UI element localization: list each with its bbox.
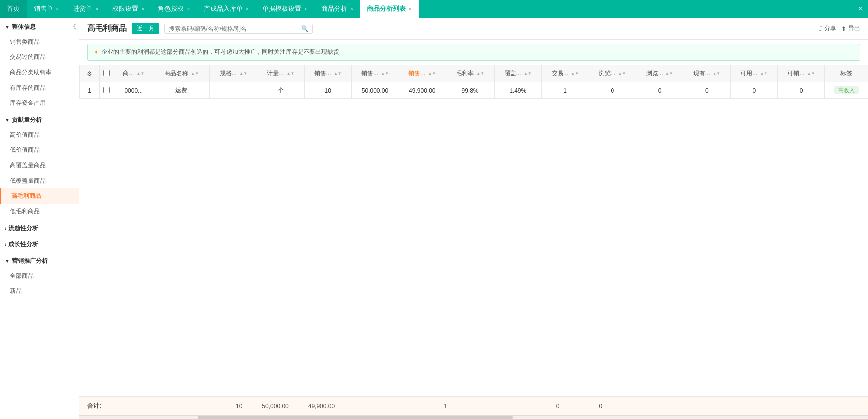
row-sales2: 50,000.00 [352, 82, 399, 99]
sidebar-item-traded-goods[interactable]: 交易过的商品 [0, 49, 79, 65]
sidebar-group-overall[interactable]: ▼ 整体信息 [0, 18, 79, 34]
col-available-sort[interactable]: ▲▼ [760, 71, 768, 76]
col-browse2[interactable]: 浏览... ▲▼ [636, 65, 683, 82]
select-all-checkbox[interactable] [103, 70, 110, 76]
col-trade[interactable]: 交易... ▲▼ [542, 65, 589, 82]
nav-role-auth[interactable]: 角色授权 × [151, 0, 197, 18]
col-code-sort[interactable]: ▲▼ [137, 71, 145, 76]
nav-product-analysis-close[interactable]: × [350, 6, 353, 12]
sidebar-item-stocked-goods[interactable]: 有库存的商品 [0, 80, 79, 95]
row-browse1-link[interactable]: 0 [611, 87, 614, 94]
col-current-sort[interactable]: ▲▼ [713, 71, 720, 76]
share-button[interactable]: ⤴ 分享 [819, 24, 836, 33]
nav-sales-order[interactable]: 销售单 × [27, 0, 66, 18]
footer-available: 0 [599, 403, 603, 410]
nav-template-close[interactable]: × [304, 6, 307, 12]
sidebar-item-all-goods[interactable]: 全部商品 [0, 268, 79, 283]
sidebar-item-stock-capital[interactable]: 库存资金占用 [0, 95, 79, 111]
sidebar-group-trend[interactable]: › 流趋性分析 [0, 219, 79, 235]
nav-sales-order-close[interactable]: × [56, 6, 59, 12]
info-banner: ✦ 企业的主要的利润都是这部分商品创造的，可考虑加大推广，同时关注库存是不要出现… [87, 44, 860, 61]
search-icon[interactable]: 🔍 [301, 25, 308, 32]
row-gross-rate: 99.8% [446, 82, 494, 99]
col-sales1[interactable]: 销售... ▲▼ [305, 65, 352, 82]
footer-total: 合计: 10 50,000.00 49,900.00 1 0 0 [79, 396, 868, 415]
sidebar-item-high-coverage[interactable]: 高覆盖量商品 [0, 158, 79, 173]
sidebar-item-low-value[interactable]: 低价值商品 [0, 142, 79, 158]
scrollbar-thumb[interactable] [198, 416, 513, 419]
header-actions: ⤴ 分享 ⬆ 导出 [819, 24, 860, 33]
footer-sales3: 49,900.00 [308, 403, 335, 410]
sidebar-item-new-goods[interactable]: 新品 [0, 283, 79, 299]
col-saleable[interactable]: 可销... ▲▼ [777, 65, 824, 82]
row-available: 0 [730, 82, 777, 99]
nav-permission-close[interactable]: × [141, 6, 144, 12]
settings-icon[interactable]: ⚙ [87, 70, 92, 77]
col-tag[interactable]: 标签 [825, 65, 868, 82]
search-input[interactable] [169, 25, 299, 32]
col-gross-rate[interactable]: 毛利率 ▲▼ [446, 65, 494, 82]
footer-trade: 1 [444, 403, 447, 410]
sidebar-group-contribution[interactable]: ▼ 贡献量分析 [0, 111, 79, 127]
content-header: 高毛利商品 近一月 🔍 ⤴ 分享 ⬆ 导出 [79, 18, 868, 40]
row-code[interactable]: 0000... [114, 82, 153, 99]
sidebar-item-high-margin[interactable]: 高毛利商品 [0, 188, 79, 204]
sidebar-group-growth-arrow: › [5, 242, 6, 247]
time-filter-button[interactable]: 近一月 [132, 23, 159, 34]
search-box: 🔍 [164, 24, 313, 34]
sidebar-group-marketing[interactable]: ▼ 营销推广分析 [0, 252, 79, 268]
row-sales1: 10 [305, 82, 352, 99]
col-sales2-sort[interactable]: ▲▼ [381, 71, 389, 76]
nav-product-analysis-list-close[interactable]: × [408, 6, 411, 12]
row-select-checkbox[interactable] [103, 87, 110, 93]
nav-role-auth-close[interactable]: × [187, 6, 190, 12]
footer-sales2: 50,000.00 [262, 403, 288, 410]
nav-product-analysis[interactable]: 商品分析 × [314, 0, 360, 18]
nav-product-analysis-list[interactable]: 商品分析列表 × [360, 0, 418, 18]
nav-purchase-order-close[interactable]: × [95, 6, 98, 12]
sidebar-item-sales-goods[interactable]: 销售类商品 [0, 34, 79, 49]
table-row: 1 0000... 运费 个 10 50,000.00 49,900.00 99… [80, 82, 868, 99]
sidebar-item-low-coverage[interactable]: 低覆盖量商品 [0, 173, 79, 188]
nav-close-all-button[interactable]: × [852, 0, 868, 18]
col-name[interactable]: 商品名称 ▲▼ [153, 65, 210, 82]
col-code[interactable]: 商... ▲▼ [114, 65, 153, 82]
nav-permission-settings[interactable]: 权限设置 × [105, 0, 151, 18]
nav-purchase-order[interactable]: 进货单 × [66, 0, 105, 18]
col-gross-rate-sort[interactable]: ▲▼ [476, 71, 484, 76]
nav-product-inbound[interactable]: 产成品入库单 × [197, 0, 255, 18]
col-trade-sort[interactable]: ▲▼ [571, 71, 579, 76]
col-current[interactable]: 现有... ▲▼ [683, 65, 730, 82]
nav-template-settings[interactable]: 单据模板设置 × [255, 0, 314, 18]
col-sales1-sort[interactable]: ▲▼ [334, 71, 342, 76]
col-saleable-sort[interactable]: ▲▼ [807, 71, 815, 76]
tip-icon: ✦ [94, 49, 99, 56]
col-sales2[interactable]: 销售... ▲▼ [352, 65, 399, 82]
sidebar-item-category-rate[interactable]: 商品分类助销率 [0, 65, 79, 80]
col-sales3[interactable]: 销售... ▲▼ [399, 65, 446, 82]
col-coverage-sort[interactable]: ▲▼ [524, 71, 532, 76]
sidebar-group-overall-arrow: ▼ [5, 24, 10, 30]
col-spec[interactable]: 规格... ▲▼ [210, 65, 257, 82]
col-unit-sort[interactable]: ▲▼ [287, 71, 295, 76]
export-button[interactable]: ⬆ 导出 [841, 24, 860, 33]
col-browse1-sort[interactable]: ▲▼ [618, 71, 626, 76]
sidebar-item-low-margin[interactable]: 低毛利商品 [0, 204, 79, 219]
col-browse2-sort[interactable]: ▲▼ [665, 71, 673, 76]
top-navigation: 首页 销售单 × 进货单 × 权限设置 × 角色授权 × 产成品入库单 × 单据… [0, 0, 868, 18]
sidebar-group-growth[interactable]: › 成长性分析 [0, 235, 79, 252]
col-available[interactable]: 可用... ▲▼ [730, 65, 777, 82]
col-spec-sort[interactable]: ▲▼ [239, 71, 247, 76]
col-name-sort[interactable]: ▲▼ [191, 71, 199, 76]
sidebar-item-high-value[interactable]: 高价值商品 [0, 127, 79, 142]
nav-home[interactable]: 首页 [0, 0, 27, 18]
horizontal-scrollbar[interactable] [79, 415, 868, 419]
nav-product-inbound-close[interactable]: × [246, 6, 249, 12]
col-browse1[interactable]: 浏览... ▲▼ [589, 65, 636, 82]
col-coverage[interactable]: 覆盖... ▲▼ [495, 65, 542, 82]
row-current: 0 [683, 82, 730, 99]
col-sales3-sort[interactable]: ▲▼ [428, 71, 436, 76]
col-unit[interactable]: 计量... ▲▼ [257, 65, 304, 82]
row-browse1[interactable]: 0 [589, 82, 636, 99]
sidebar-collapse-button[interactable]: 《 [69, 22, 77, 32]
